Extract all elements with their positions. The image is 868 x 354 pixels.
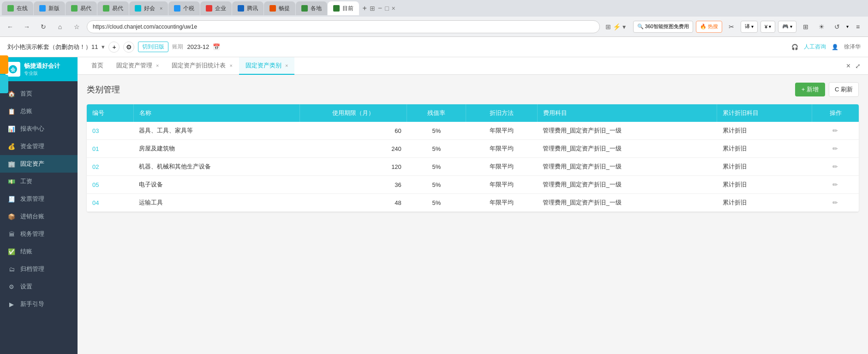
- app-tab-label: 固定资产管理: [116, 61, 152, 70]
- col-header-method: 折旧方法: [466, 104, 537, 122]
- cell-code: 03: [87, 122, 133, 140]
- settings-button[interactable]: ⚙: [123, 42, 134, 53]
- minimize-button[interactable]: −: [378, 4, 382, 12]
- translate-icon: 译: [745, 23, 750, 30]
- sidebar-item-payroll[interactable]: 💵 工资: [0, 173, 78, 190]
- sidebar-item-label: 进销台账: [20, 212, 44, 221]
- app-tab-label: 固定资产折旧统计表: [172, 61, 226, 70]
- tab-favicon-xin: [39, 5, 46, 12]
- ledger-icon: 📋: [7, 107, 16, 115]
- browser-tab-qiye[interactable]: 企业: [200, 1, 232, 15]
- app-header-left: 刘小艳演示帐套（勿删勿动！）11 ▾ + ⚙ 切到旧版 账期 2023-12 📅: [7, 42, 220, 53]
- new-tab-button[interactable]: +: [362, 4, 366, 12]
- search-tool-btn[interactable]: 🔍 360智能抠图免费用: [633, 21, 693, 33]
- sidebar-item-ledger[interactable]: 📋 总账: [0, 102, 78, 120]
- app-tab-category[interactable]: 固定资产类别 ×: [239, 57, 294, 75]
- tab-close-icon[interactable]: ×: [160, 6, 162, 11]
- forward-button[interactable]: →: [20, 20, 33, 33]
- content-close-icon[interactable]: ×: [846, 62, 850, 70]
- scissors-btn[interactable]: ✂: [725, 20, 738, 33]
- hot-search-btn[interactable]: 🔥 热搜: [696, 21, 722, 33]
- sidebar-item-settings[interactable]: ⚙ 设置: [0, 278, 78, 295]
- reload-button[interactable]: ↻: [37, 20, 50, 33]
- refresh-button[interactable]: C 刷新: [829, 82, 859, 97]
- switch-version-button[interactable]: 切到旧版: [138, 42, 168, 52]
- close-window-button[interactable]: ×: [392, 5, 395, 12]
- edit-button[interactable]: ✏: [832, 127, 838, 134]
- calendar-icon[interactable]: 📅: [213, 43, 220, 50]
- browser-tab-tengxun[interactable]: 腾讯: [232, 1, 263, 15]
- sidebar-item-tax[interactable]: 🏛 税务管理: [0, 225, 78, 243]
- sidebar-item-guide[interactable]: ▶ 新手引导: [0, 295, 78, 313]
- sidebar-item-invoice[interactable]: 🧾 发票管理: [0, 190, 78, 208]
- sidebar-item-funds[interactable]: 💰 资金管理: [0, 138, 78, 155]
- search-icon: 🔍: [637, 24, 644, 30]
- tab-list-button[interactable]: ⊞: [370, 5, 375, 12]
- add-button[interactable]: + 新增: [795, 83, 825, 96]
- cell-accumulated: 累计折旧: [717, 176, 812, 194]
- browser-tab-haohe[interactable]: 好会 ×: [129, 1, 168, 15]
- sidebar-item-home[interactable]: 🏠 首页: [0, 85, 78, 102]
- address-input[interactable]: [87, 20, 600, 33]
- sidebar-item-label: 结账: [20, 247, 32, 256]
- translate-dropdown-icon: ▾: [751, 24, 754, 29]
- sidebar-item-label: 税务管理: [20, 230, 44, 238]
- user-dropdown-icon[interactable]: ▾: [102, 43, 105, 50]
- more-dropdown-icon[interactable]: ▾: [846, 24, 849, 29]
- game-btn[interactable]: 🎮 ▾: [778, 21, 796, 33]
- browser-tab-changti[interactable]: 畅提: [264, 1, 295, 15]
- edit-button[interactable]: ✏: [832, 199, 838, 206]
- translate-btn[interactable]: 译 ▾: [741, 21, 758, 33]
- content-expand-icon[interactable]: ⤢: [855, 62, 861, 70]
- app-tab-close-icon[interactable]: ×: [229, 63, 232, 68]
- app-tab-close-icon[interactable]: ×: [156, 63, 159, 68]
- sidebar-item-label: 固定资产: [20, 160, 44, 168]
- star-button[interactable]: ☆: [70, 20, 83, 33]
- table-row: 05 电子设备 36 5% 年限平均 管理费用_固定资产折旧_一级 累计折旧 ✏: [87, 176, 859, 194]
- menu-btn[interactable]: ≡: [851, 20, 864, 33]
- consult-label[interactable]: 人工咨询: [804, 43, 826, 51]
- sidebar-item-report[interactable]: 📊 报表中心: [0, 120, 78, 138]
- bookmark-dropdown-icon[interactable]: ▾: [623, 23, 626, 30]
- browser-tab-gedi[interactable]: 各地: [296, 1, 327, 15]
- col-header-code: 编号: [87, 104, 133, 122]
- grid-btn[interactable]: ⊞: [799, 20, 812, 33]
- browser-tab-zaixian[interactable]: 在线: [2, 1, 33, 15]
- browser-tab-xin[interactable]: 新版: [34, 1, 65, 15]
- home-button[interactable]: ⌂: [54, 20, 66, 33]
- maximize-button[interactable]: □: [385, 5, 389, 12]
- back-button[interactable]: ←: [4, 20, 17, 33]
- float-icon-orange[interactable]: [0, 55, 8, 74]
- browser-tab-label: 新版: [48, 5, 60, 12]
- brightness-btn[interactable]: ☀: [815, 20, 828, 33]
- cell-accumulated: 累计折旧: [717, 194, 812, 212]
- cell-method: 年限平均: [466, 176, 537, 194]
- undo-btn[interactable]: ↺: [831, 20, 844, 33]
- app-tab-close-icon[interactable]: ×: [285, 63, 288, 68]
- edit-button[interactable]: ✏: [832, 145, 838, 152]
- edit-button[interactable]: ✏: [832, 181, 838, 188]
- app-tab-fixed-mgmt[interactable]: 固定资产管理 ×: [110, 57, 165, 75]
- sidebar-item-closing[interactable]: ✅ 结账: [0, 243, 78, 260]
- browser-tab-shumu[interactable]: 目前: [328, 1, 359, 15]
- browser-tab-label: 目前: [342, 5, 353, 12]
- edit-button[interactable]: ✏: [832, 163, 838, 170]
- add-account-button[interactable]: +: [108, 42, 120, 53]
- coin-btn[interactable]: ¥ ▾: [760, 21, 775, 33]
- site-tools-icon[interactable]: ⊞: [605, 23, 611, 30]
- search-label: 360智能抠图免费用: [645, 23, 689, 30]
- browser-tab-yidai1[interactable]: 易代: [66, 1, 97, 15]
- sidebar-item-fixed-assets[interactable]: 🏢 固定资产: [0, 155, 78, 173]
- col-header-action: 操作: [812, 104, 859, 122]
- browser-tab-geshui[interactable]: 个税: [168, 1, 200, 15]
- browser-tab-yidai2[interactable]: 易代: [97, 1, 129, 15]
- sidebar-item-purchase-sales[interactable]: 📦 进销台账: [0, 208, 78, 225]
- float-icon-cyan[interactable]: [0, 75, 8, 93]
- cell-residual: 5%: [407, 122, 466, 140]
- app-tab-depreciation[interactable]: 固定资产折旧统计表 ×: [165, 57, 239, 75]
- sidebar-item-archive[interactable]: 🗂 归档管理: [0, 260, 78, 278]
- logo-text-area: 畅捷通好会计 专业版: [24, 62, 60, 77]
- cell-code: 04: [87, 194, 133, 212]
- app-tab-home[interactable]: 首页: [85, 57, 110, 75]
- lightning-icon[interactable]: ⚡: [613, 23, 621, 30]
